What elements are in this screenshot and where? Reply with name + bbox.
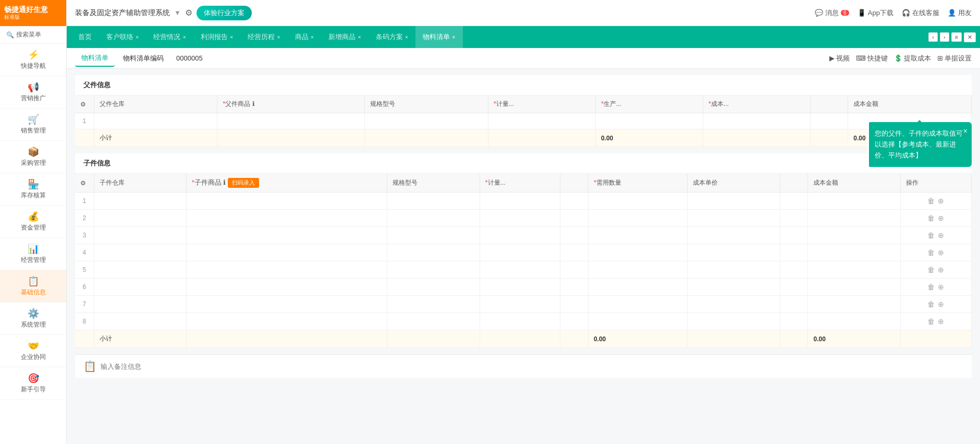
child-warehouse-1[interactable]	[94, 193, 186, 210]
parent-goods-cell[interactable]	[217, 113, 365, 129]
child-qty-4[interactable]	[588, 244, 687, 261]
message-button[interactable]: 💬 消息 6	[815, 8, 849, 18]
child-qty-2[interactable]	[588, 210, 687, 227]
copy-icon[interactable]: ⊕	[938, 300, 944, 308]
tab-profit[interactable]: 利润报告 ×	[193, 26, 240, 48]
nav-prev[interactable]: ‹	[928, 32, 938, 42]
tab-new-goods[interactable]: 新增商品 ×	[321, 26, 368, 48]
sidebar-item-sales[interactable]: 🛒 销售管理	[0, 109, 66, 141]
sidebar-item-guide[interactable]: 🎯 新手引导	[0, 367, 66, 400]
child-qty-8[interactable]	[588, 313, 687, 330]
child-cost-1[interactable]	[688, 193, 780, 210]
child-unit-8[interactable]	[480, 313, 560, 330]
child-goods-6[interactable]	[186, 279, 387, 296]
child-cost-3[interactable]	[688, 227, 780, 244]
tab-history[interactable]: 经营历程 ×	[240, 26, 287, 48]
child-warehouse-3[interactable]	[94, 227, 186, 244]
tab-home[interactable]: 首页	[71, 26, 99, 48]
scan-input-btn[interactable]: 扫码录入	[228, 178, 259, 188]
nav-menu[interactable]: ≡	[951, 32, 962, 42]
tab-operations[interactable]: 经营情况 ×	[146, 26, 193, 48]
shortcut-btn[interactable]: ⌨ 快捷键	[856, 54, 888, 63]
child-goods-1[interactable]	[186, 193, 387, 210]
parent-production-cell[interactable]	[595, 113, 703, 129]
sidebar-item-purchase[interactable]: 📦 采购管理	[0, 141, 66, 173]
child-spec-1[interactable]	[387, 193, 480, 210]
parent-spec-cell[interactable]	[365, 113, 488, 129]
copy-icon[interactable]: ⊕	[938, 248, 944, 257]
search-menu[interactable]: 🔍 搜索菜单	[0, 26, 66, 44]
tooltip-close-btn[interactable]: ×	[963, 125, 967, 137]
tab-goods[interactable]: 商品 ×	[288, 26, 321, 48]
parent-warehouse-cell[interactable]	[94, 113, 217, 129]
child-goods-3[interactable]	[186, 227, 387, 244]
copy-icon[interactable]: ⊕	[938, 266, 944, 274]
tab-bom[interactable]: 物料清单 ×	[415, 26, 462, 48]
user-menu[interactable]: 👤 用友	[948, 8, 972, 18]
sidebar-item-inventory[interactable]: 🏪 库存核算	[0, 173, 66, 206]
delete-icon[interactable]: 🗑	[927, 283, 935, 291]
tab-customer[interactable]: 客户联络 ×	[99, 26, 146, 48]
trial-button[interactable]: 体验行业方案	[197, 6, 252, 20]
sidebar-item-system[interactable]: ⚙️ 系统管理	[0, 303, 66, 335]
child-qty-6[interactable]	[588, 279, 687, 296]
child-spec-3[interactable]	[387, 227, 480, 244]
child-warehouse-4[interactable]	[94, 244, 186, 261]
child-spec-6[interactable]	[387, 279, 480, 296]
child-goods-7[interactable]	[186, 296, 387, 313]
remark-input[interactable]	[101, 363, 963, 370]
child-cost-8[interactable]	[688, 313, 780, 330]
child-spec-5[interactable]	[387, 261, 480, 279]
sidebar-item-marketing[interactable]: 📢 营销推广	[0, 76, 66, 109]
child-warehouse-2[interactable]	[94, 210, 186, 227]
copy-icon[interactable]: ⊕	[938, 283, 944, 291]
copy-icon[interactable]: ⊕	[938, 231, 944, 239]
parent-cost-cell[interactable]	[703, 113, 811, 129]
delete-icon[interactable]: 🗑	[927, 317, 935, 326]
sidebar-item-operations[interactable]: 📊 经营管理	[0, 238, 66, 270]
sidebar-item-enterprise[interactable]: 🤝 企业协同	[0, 335, 66, 367]
child-unit-4[interactable]	[480, 244, 560, 261]
single-settings-btn[interactable]: ⊞ 单据设置	[937, 54, 972, 63]
copy-icon[interactable]: ⊕	[938, 214, 944, 222]
child-cost-4[interactable]	[688, 244, 780, 261]
child-unit-7[interactable]	[480, 296, 560, 313]
sidebar-item-basic-info[interactable]: 📋 基础信息	[0, 270, 66, 303]
sidebar-item-finance[interactable]: 💰 资金管理	[0, 206, 66, 238]
sidebar-item-quick-nav[interactable]: ⚡ 快捷导航	[0, 44, 66, 76]
delete-icon[interactable]: 🗑	[927, 231, 935, 239]
child-unit-2[interactable]	[480, 210, 560, 227]
tab-barcode[interactable]: 条码方案 ×	[369, 26, 415, 48]
extract-cost-btn[interactable]: 💲 提取成本	[894, 54, 931, 63]
child-qty-1[interactable]	[588, 193, 687, 210]
child-spec-7[interactable]	[387, 296, 480, 313]
nav-close[interactable]: ✕	[964, 32, 976, 42]
sub-nav-bom-list[interactable]: 物料清单	[75, 50, 115, 67]
child-goods-5[interactable]	[186, 261, 387, 279]
delete-icon[interactable]: 🗑	[927, 197, 935, 205]
nav-next[interactable]: ›	[940, 32, 949, 42]
app-download-button[interactable]: 📱 App下载	[858, 8, 893, 18]
child-cost-6[interactable]	[688, 279, 780, 296]
child-qty-5[interactable]	[588, 261, 687, 279]
child-warehouse-6[interactable]	[94, 279, 186, 296]
child-warehouse-7[interactable]	[94, 296, 186, 313]
child-spec-2[interactable]	[387, 210, 480, 227]
child-qty-7[interactable]	[588, 296, 687, 313]
view-video-btn[interactable]: ▶ 视频	[829, 54, 850, 63]
copy-icon[interactable]: ⊕	[938, 317, 944, 326]
delete-icon[interactable]: 🗑	[927, 214, 935, 222]
child-spec-8[interactable]	[387, 313, 480, 330]
delete-icon[interactable]: 🗑	[927, 266, 935, 274]
parent-unit-cell[interactable]	[488, 113, 595, 129]
child-warehouse-8[interactable]	[94, 313, 186, 330]
child-unit-6[interactable]	[480, 279, 560, 296]
child-goods-2[interactable]	[186, 210, 387, 227]
online-service-button[interactable]: 🎧 在线客服	[902, 8, 939, 18]
child-qty-3[interactable]	[588, 227, 687, 244]
child-unit-3[interactable]	[480, 227, 560, 244]
child-goods-8[interactable]	[186, 313, 387, 330]
child-goods-4[interactable]	[186, 244, 387, 261]
child-unit-5[interactable]	[480, 261, 560, 279]
settings-icon[interactable]: ⚙	[185, 8, 192, 18]
